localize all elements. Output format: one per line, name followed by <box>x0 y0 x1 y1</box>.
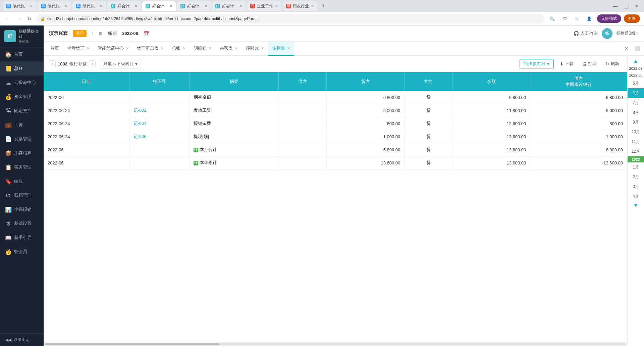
sidebar-item-archive[interactable]: 🗂 归档管理 <box>0 188 44 202</box>
tab-6[interactable]: 好 好会计 ✕ <box>177 1 211 11</box>
tab-7[interactable]: 好 好会计 ✕ <box>212 1 246 11</box>
tab-expand-panel-button[interactable]: ⬜ <box>633 44 641 52</box>
sidebar-item-member[interactable]: 👑 畅会员 <box>0 245 44 259</box>
cell-date: 2022-06 <box>44 91 129 104</box>
consult-button[interactable]: 🎧 人工咨询 <box>574 31 598 37</box>
page-tab-vsummary-close[interactable]: ✕ <box>161 46 164 51</box>
tab-close-4[interactable]: ✕ <box>135 4 138 8</box>
tab-9[interactable]: 用 用友好业 ✕ <box>283 1 317 11</box>
sidebar-label-invoice: 发票管理 <box>14 136 32 142</box>
sidebar-item-payroll[interactable]: 💼 工资 <box>0 118 44 132</box>
tab-close-6[interactable]: ✕ <box>204 4 207 8</box>
page-tab-multi-column[interactable]: 多栏账 ✕ <box>268 42 294 56</box>
sidebar-item-close[interactable]: 🔖 结账 <box>0 174 44 188</box>
next-account-button[interactable]: › <box>89 60 96 67</box>
page-tab-home[interactable]: 首页 <box>46 42 63 56</box>
tab-close-panel-button[interactable]: ✕ <box>623 44 631 52</box>
close-button[interactable]: ✕ <box>632 1 641 11</box>
tab-close-3[interactable]: ✕ <box>100 4 103 8</box>
special-ledger-button[interactable]: 特殊多栏账 ▾ <box>520 59 554 68</box>
tab-close-7[interactable]: ✕ <box>239 4 242 8</box>
sidebar-item-inventory[interactable]: 📦 库存核算 <box>0 146 44 160</box>
restore-button[interactable]: ⬜ <box>621 1 631 11</box>
sidebar-item-tax[interactable]: 📋 税务管理 <box>0 160 44 174</box>
tab-close-9[interactable]: ✕ <box>311 4 314 8</box>
page-tab-general-ledger[interactable]: 总账 ✕ <box>168 42 190 56</box>
month-5[interactable]: 5月 <box>628 79 644 88</box>
tab-5[interactable]: 好 好会计 ✕ <box>142 1 176 11</box>
page-tab-voucher-summary[interactable]: 凭证汇总表 ✕ <box>133 42 168 56</box>
month-10[interactable]: 10月 <box>628 127 644 137</box>
print-button[interactable]: 🖨 打印 <box>580 59 599 68</box>
filter-subcategory-button[interactable]: 只显示下级科目 ▾ <box>100 59 141 68</box>
shield-button[interactable]: 🛡 <box>560 15 570 22</box>
forward-button[interactable]: → <box>15 15 23 23</box>
tab-close-8[interactable]: ✕ <box>275 4 278 8</box>
page-tab-journal[interactable]: 序时账 ✕ <box>242 42 268 56</box>
month-2023-3[interactable]: 3月 <box>628 182 644 192</box>
tab-close-5[interactable]: ✕ <box>169 4 172 8</box>
sidebar-unpin-button[interactable]: ◀◀ 取消固定 <box>0 333 44 346</box>
scroll-thumb[interactable] <box>45 343 219 345</box>
page-tab-balance-close[interactable]: ✕ <box>235 46 238 51</box>
page-tab-voucher-close[interactable]: ✕ <box>87 46 90 51</box>
page-tab-dl-close[interactable]: ✕ <box>209 46 212 51</box>
tab-8[interactable]: C 企业工作 ✕ <box>247 1 281 11</box>
month-nav-down-button[interactable]: ▼ <box>632 201 640 209</box>
wuhen-button[interactable]: 无痕模式 <box>597 14 621 23</box>
sidebar-item-cloud-report[interactable]: ☁ 云报表中心 <box>0 76 44 90</box>
profile-button[interactable]: 👤 <box>584 15 594 22</box>
month-2023-4[interactable]: 4月 <box>628 192 644 201</box>
page-tab-balance[interactable]: 余额表 ✕ <box>216 42 242 56</box>
tab-close-2[interactable]: ✕ <box>65 4 68 8</box>
horizontal-scrollbar[interactable] <box>44 342 627 346</box>
page-tab-journal-close[interactable]: ✕ <box>261 46 264 51</box>
tab-2[interactable]: 易 易代账 ✕ <box>38 1 71 11</box>
page-tab-voucher[interactable]: 查看凭证 ✕ <box>63 42 94 56</box>
page-tab-gl-close[interactable]: ✕ <box>182 46 185 51</box>
download-button[interactable]: ⬇ 下载 <box>557 59 576 68</box>
tab-close-1[interactable]: ✕ <box>30 4 33 8</box>
sidebar-item-home[interactable]: 🏠 首页 <box>0 47 44 61</box>
month-6[interactable]: 6月 <box>628 88 644 98</box>
month-2023-2[interactable]: 2月 <box>628 172 644 182</box>
page-tab-mc-close[interactable]: ✕ <box>287 46 290 51</box>
sidebar-item-guide[interactable]: 📖 新手引导 <box>0 231 44 245</box>
new-tab-button[interactable]: + <box>319 1 328 11</box>
sidebar-item-fund[interactable]: 💰 资金管理 <box>0 90 44 104</box>
tab-1[interactable]: 易 易代账 ✕ <box>3 1 36 11</box>
cell-extra: -1,000.00 <box>530 130 627 143</box>
voucher-link[interactable]: 记-006 <box>133 134 147 139</box>
update-button[interactable]: 更新 <box>624 14 640 23</box>
page-tab-smart-close[interactable]: ✕ <box>126 46 129 51</box>
sidebar-menu: 🏠 首页 📒 总账 ☁ 云报表中心 💰 资金管理 🏗 固定资产 <box>0 47 44 333</box>
voucher-link[interactable]: 记-004 <box>133 121 147 126</box>
page-tab-smart-voucher[interactable]: 智能凭证中心 ✕ <box>94 42 133 56</box>
month-nav-up-button[interactable]: ▲ <box>632 57 640 65</box>
refresh-button[interactable]: ↻ 刷新 <box>603 59 622 68</box>
sidebar-item-ledger[interactable]: 📒 总账 <box>0 61 44 76</box>
sidebar-item-expense[interactable]: 📊 小畅报销 <box>0 202 44 216</box>
minimize-button[interactable]: — <box>610 1 620 11</box>
tab-3[interactable]: 易 易代账 ✕ <box>72 1 106 11</box>
back-button[interactable]: ← <box>4 15 12 23</box>
search-button[interactable]: 🔍 <box>547 15 557 22</box>
voucher-link[interactable]: 记-002 <box>133 108 147 113</box>
month-2023-1[interactable]: 1月 <box>628 162 644 172</box>
sidebar-item-fixed-assets[interactable]: 🏗 固定资产 <box>0 104 44 118</box>
month-9[interactable]: 9月 <box>628 117 644 127</box>
url-bar[interactable]: 🔒 cloud2.chanjet.com/accounting/uh26t264… <box>36 14 544 23</box>
star-button[interactable]: ☆ <box>572 15 581 22</box>
tab-4[interactable]: 好 好会计 ✕ <box>107 1 141 11</box>
month-8[interactable]: 8月 <box>628 108 644 117</box>
page-tab-detail-ledger[interactable]: 明细账 ✕ <box>190 42 216 56</box>
month-7[interactable]: 7月 <box>628 98 644 108</box>
settings-gear-icon[interactable]: ⚙ <box>98 31 103 36</box>
calendar-icon[interactable]: 📅 <box>144 31 149 36</box>
sidebar-item-settings[interactable]: ⚙ 基础设置 <box>0 216 44 231</box>
prev-account-button[interactable]: ‹ <box>49 60 56 67</box>
reload-button[interactable]: ↻ <box>25 15 34 23</box>
month-12[interactable]: 12月 <box>628 147 644 156</box>
sidebar-item-invoice[interactable]: 📄 发票管理 <box>0 132 44 146</box>
month-11[interactable]: 11月 <box>628 137 644 147</box>
